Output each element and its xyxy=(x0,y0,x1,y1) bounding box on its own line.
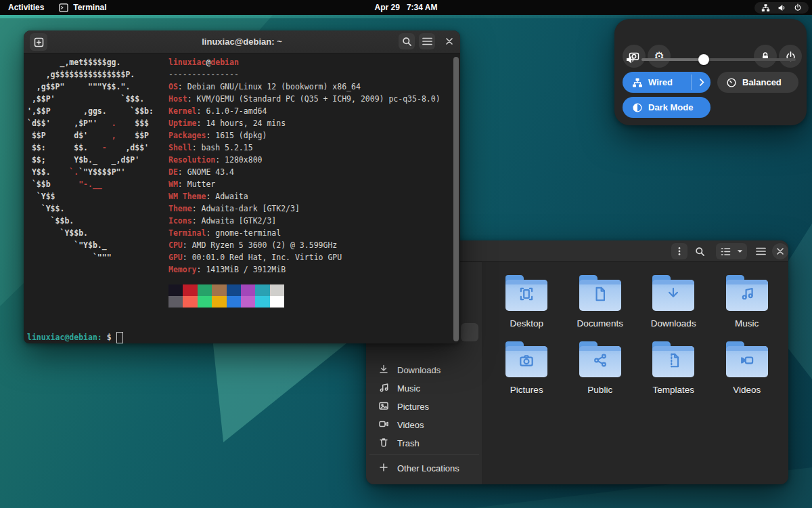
video-emblem-icon xyxy=(738,352,756,372)
sidebar-item-videos[interactable]: Videos xyxy=(371,416,477,433)
volume-slider-knob[interactable] xyxy=(698,54,709,65)
volume-icon xyxy=(777,3,786,12)
power-button[interactable] xyxy=(779,45,802,68)
ascii-art-line: `"Y$b._ xyxy=(27,239,154,251)
sidebar-item-label: Music xyxy=(397,383,420,394)
volume-slider-fill xyxy=(641,58,703,61)
folder-label: Videos xyxy=(733,385,761,395)
view-toggle-button[interactable] xyxy=(716,243,747,259)
sysinfo-row: Uptime: 14 hours, 24 mins xyxy=(168,117,441,129)
sysinfo-row: GPU: 00:01.0 Red Hat, Inc. Virtio GPU xyxy=(168,251,441,263)
palette-swatch xyxy=(212,284,226,296)
sysinfo-row: Terminal: gnome-terminal xyxy=(168,227,441,239)
folder-desktop[interactable]: Desktop xyxy=(490,274,564,341)
system-tray[interactable] xyxy=(754,2,809,14)
folder-icon xyxy=(652,346,694,377)
power-profile-icon xyxy=(726,77,737,88)
terminal-headerbar: linuxiac@debian: ~ xyxy=(24,30,460,54)
network-wired-icon xyxy=(632,77,643,88)
sidebar-item-label: Trash xyxy=(397,438,420,448)
folder-pictures[interactable]: Pictures xyxy=(490,341,564,407)
wired-toggle[interactable]: Wired xyxy=(623,72,710,93)
palette-swatch xyxy=(227,284,241,296)
pan-down-icon xyxy=(737,249,743,253)
sysinfo-row: WM: Mutter xyxy=(168,178,441,190)
video-icon xyxy=(378,419,389,431)
folder-music[interactable]: Music xyxy=(710,274,784,341)
sysinfo-row: Host: KVM/QEMU (Standard PC (Q35 + ICH9,… xyxy=(168,93,441,105)
folder-icon xyxy=(652,280,694,311)
sidebar-item-trash[interactable]: Trash xyxy=(371,434,477,452)
hamburger-menu-icon[interactable] xyxy=(419,33,435,49)
network-wired-icon xyxy=(761,3,770,12)
neofetch-ascii-art: _,met$$$$$gg. ,g$$$$$$$$$$$$$$$P. ,g$$P"… xyxy=(27,56,154,263)
folder-label: Documents xyxy=(577,318,623,329)
activities-button[interactable]: Activities xyxy=(8,3,44,12)
dark-mode-toggle[interactable]: Dark Mode xyxy=(623,97,710,118)
desktop-emblem-icon xyxy=(518,285,535,305)
trash-icon xyxy=(378,437,389,450)
palette-swatch xyxy=(183,284,197,296)
folder-icon xyxy=(726,280,768,311)
terminal-cursor xyxy=(116,332,123,343)
clock-time: 7:34 AM xyxy=(407,3,438,12)
volume-slider[interactable] xyxy=(641,58,796,61)
list-view-icon xyxy=(721,247,731,257)
palette-swatch xyxy=(241,284,255,296)
palette-swatch xyxy=(198,296,212,308)
app-name: Terminal xyxy=(73,3,106,12)
terminal-screen[interactable]: _,met$$$$$gg. ,g$$$$$$$$$$$$$$$P. ,g$$P"… xyxy=(24,54,460,343)
sidebar-item-other-locations[interactable]: Other Locations xyxy=(371,459,477,477)
new-tab-button[interactable] xyxy=(30,33,47,51)
sidebar-item-label: Other Locations xyxy=(397,463,459,473)
sidebar-item-label: Downloads xyxy=(397,365,441,375)
palette-swatch xyxy=(212,296,226,308)
terminal-title: linuxiac@debian: ~ xyxy=(24,37,460,47)
neofetch-sysinfo: linuxiac@debian---------------OS: Debian… xyxy=(168,56,441,276)
folder-label: Desktop xyxy=(510,318,543,329)
settings-button[interactable]: ⚙ xyxy=(648,45,671,68)
power-profile-toggle[interactable]: Balanced xyxy=(717,72,798,93)
wallpaper-triangle xyxy=(203,331,348,442)
download-emblem-icon xyxy=(664,285,682,305)
palette-swatch xyxy=(227,296,241,308)
dark-mode-label: Dark Mode xyxy=(648,102,693,112)
sidebar-item-music[interactable]: Music xyxy=(371,379,477,397)
balanced-label: Balanced xyxy=(742,77,782,87)
folder-templates[interactable]: Templates xyxy=(637,341,710,407)
folder-label: Pictures xyxy=(510,385,543,395)
folder-documents[interactable]: Documents xyxy=(564,274,637,341)
folder-public[interactable]: Public xyxy=(564,341,637,407)
sidebar-selected-item-partial[interactable] xyxy=(461,323,478,341)
terminal-app-icon xyxy=(59,3,68,12)
wired-label: Wired xyxy=(648,77,673,87)
wired-expand-button[interactable] xyxy=(700,79,704,86)
search-icon[interactable] xyxy=(399,33,415,49)
files-content[interactable]: DesktopDocumentsDownloadsMusicPicturesPu… xyxy=(483,262,788,484)
image-icon xyxy=(378,400,389,413)
palette-swatch xyxy=(255,284,269,296)
kebab-menu-icon[interactable] xyxy=(671,243,687,259)
focused-app-menu[interactable]: Terminal xyxy=(59,3,106,12)
close-icon[interactable] xyxy=(772,243,788,259)
palette-swatch xyxy=(198,284,212,296)
hamburger-menu-icon[interactable] xyxy=(752,243,769,259)
shell-prompt: linuxiac@debian: $ xyxy=(27,331,123,343)
sysinfo-underline: --------------- xyxy=(168,68,441,81)
volume-icon xyxy=(625,54,636,65)
sidebar-item-pictures[interactable]: Pictures xyxy=(371,398,477,415)
terminal-scrollbar[interactable] xyxy=(453,57,459,341)
sidebar-item-downloads[interactable]: Downloads xyxy=(371,361,477,379)
folder-label: Music xyxy=(735,318,759,329)
folder-downloads[interactable]: Downloads xyxy=(637,274,710,341)
folder-videos[interactable]: Videos xyxy=(710,341,784,407)
sysinfo-row: DE: GNOME 43.4 xyxy=(168,166,441,178)
folder-icon xyxy=(505,346,547,377)
search-icon[interactable] xyxy=(692,243,708,259)
close-icon[interactable] xyxy=(441,33,457,49)
clock[interactable]: Apr 29 7:34 AM xyxy=(375,3,438,12)
volume-low-button[interactable] xyxy=(625,54,636,65)
palette-swatch xyxy=(241,296,255,308)
camera-emblem-icon xyxy=(518,352,535,372)
lock-button[interactable] xyxy=(754,45,777,68)
